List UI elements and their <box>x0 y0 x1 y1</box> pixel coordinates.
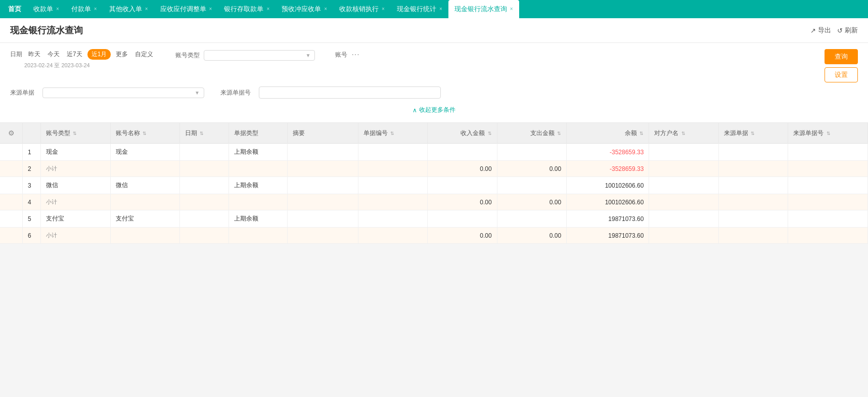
source-doc-dropdown-icon: ▼ <box>195 90 200 96</box>
account-more-icon[interactable]: ··· <box>351 50 359 59</box>
nav-verify[interactable]: 收款核销执行 × <box>333 0 391 18</box>
sort-balance-icon: ⇅ <box>639 131 644 136</box>
page-title: 现金银行流水查询 <box>10 24 83 36</box>
row-cell <box>718 194 788 210</box>
nav-receipt[interactable]: 收款单 × <box>27 0 65 18</box>
row-cell: 支付宝 <box>110 210 180 228</box>
query-button[interactable]: 查询 <box>825 49 858 64</box>
close-other-income-icon[interactable]: × <box>145 0 148 18</box>
row-cell <box>287 228 358 244</box>
shortcut-7days[interactable]: 近7天 <box>65 49 84 60</box>
nav-home[interactable]: 首页 <box>2 0 27 18</box>
close-verify-icon[interactable]: × <box>382 0 385 18</box>
close-prepaid-icon[interactable]: × <box>324 0 327 18</box>
row-cell <box>497 177 567 194</box>
row-cell <box>180 210 229 228</box>
row-cell <box>649 144 719 161</box>
nav-bank-deposit[interactable]: 银行存取款单 × <box>218 0 276 18</box>
col-counterpart[interactable]: 对方户名 ⇅ <box>649 123 719 144</box>
row-cell <box>180 161 229 177</box>
shortcut-custom[interactable]: 自定义 <box>133 49 155 60</box>
row-cell <box>649 194 719 210</box>
row-cell <box>287 144 358 161</box>
col-income[interactable]: 收入金额 ⇅ <box>428 123 497 144</box>
col-source-doc[interactable]: 来源单据 ⇅ <box>718 123 788 144</box>
row-cell <box>358 210 428 228</box>
shortcut-today[interactable]: 今天 <box>45 49 62 60</box>
source-doc-select[interactable]: ▼ <box>42 87 204 98</box>
nav-prepaid[interactable]: 预收冲应收单 × <box>276 0 333 18</box>
row-cell: 上期余额 <box>229 210 287 228</box>
date-shortcuts: 昨天 今天 近7天 近1月 更多 自定义 <box>26 49 155 60</box>
row-cell: 小计 <box>41 194 111 210</box>
row-cell <box>287 177 358 194</box>
close-adjust-icon[interactable]: × <box>209 0 212 18</box>
row-cell: -3528659.33 <box>567 161 649 177</box>
row-settings-cell <box>0 228 23 244</box>
row-cell: 0.00 <box>497 161 567 177</box>
row-cell: 上期余额 <box>229 144 287 161</box>
nav-flow-query[interactable]: 现金银行流水查询 × <box>448 0 519 18</box>
source-doc-no-input[interactable] <box>259 86 441 99</box>
nav-payment[interactable]: 付款单 × <box>65 0 103 18</box>
nav-adjust[interactable]: 应收应付调整单 × <box>154 0 218 18</box>
row-cell <box>358 161 428 177</box>
row-cell <box>180 228 229 244</box>
row-seq: 5 <box>23 210 41 228</box>
close-receipt-icon[interactable]: × <box>56 0 59 18</box>
source-doc-no-label: 来源单据号 <box>220 89 251 97</box>
shortcut-yesterday[interactable]: 昨天 <box>26 49 42 60</box>
close-payment-icon[interactable]: × <box>94 0 97 18</box>
row-cell: -3528659.33 <box>567 144 649 161</box>
col-settings[interactable]: ⚙ <box>0 123 23 144</box>
account-type-select[interactable]: ▼ <box>204 50 315 61</box>
collapse-bar[interactable]: ∧ 收起更多条件 <box>10 104 858 116</box>
row-cell <box>180 144 229 161</box>
row-cell: 小计 <box>41 228 111 244</box>
shortcut-1month[interactable]: 近1月 <box>87 49 111 60</box>
refresh-button[interactable]: ↺ 刷新 <box>837 26 858 35</box>
close-stats-icon[interactable]: × <box>439 0 442 18</box>
col-expense[interactable]: 支出金额 ⇅ <box>497 123 567 144</box>
action-buttons: 查询 设置 <box>825 49 858 82</box>
collapse-icon: ∧ <box>413 107 417 114</box>
col-summary: 摘要 <box>287 123 358 144</box>
row-cell <box>649 177 719 194</box>
export-button[interactable]: ↗ 导出 <box>810 26 831 35</box>
row-cell <box>649 161 719 177</box>
row-settings-cell <box>0 210 23 228</box>
row-cell: 19871073.60 <box>567 228 649 244</box>
col-account-type[interactable]: 账号类型 ⇅ <box>41 123 111 144</box>
close-flow-query-icon[interactable]: × <box>510 0 513 18</box>
row-cell: 19871073.60 <box>567 210 649 228</box>
row-cell <box>229 161 287 177</box>
col-account-name[interactable]: 账号名称 ⇅ <box>110 123 180 144</box>
sort-date-icon: ⇅ <box>200 131 204 136</box>
row-cell: 微信 <box>41 177 111 194</box>
table-header-row: ⚙ 账号类型 ⇅ 账号名称 ⇅ 日期 ⇅ 单据类型 摘要 单据编号 <box>0 123 868 144</box>
row-cell <box>110 228 180 244</box>
row-cell <box>788 144 868 161</box>
sort-account-name-icon: ⇅ <box>143 131 147 136</box>
col-source-doc-no[interactable]: 来源单据号 ⇅ <box>788 123 868 144</box>
settings-button[interactable]: 设置 <box>825 67 858 82</box>
nav-stats[interactable]: 现金银行统计 × <box>391 0 448 18</box>
row-settings-cell <box>0 144 23 161</box>
dropdown-icon: ▼ <box>305 53 310 58</box>
row-cell <box>358 177 428 194</box>
settings-gear-icon[interactable]: ⚙ <box>5 127 17 139</box>
row-cell: 上期余额 <box>229 177 287 194</box>
row-cell <box>497 144 567 161</box>
table-row: 2小计0.000.00-3528659.33 <box>0 161 868 177</box>
sort-expense-icon: ⇅ <box>557 131 561 136</box>
shortcut-more[interactable]: 更多 <box>114 49 130 60</box>
col-date[interactable]: 日期 ⇅ <box>180 123 229 144</box>
row-settings-cell <box>0 194 23 210</box>
row-cell <box>718 177 788 194</box>
source-doc-label: 来源单据 <box>10 89 34 97</box>
nav-other-income[interactable]: 其他收入单 × <box>103 0 154 18</box>
col-doc-no[interactable]: 单据编号 ⇅ <box>358 123 428 144</box>
close-bank-deposit-icon[interactable]: × <box>266 0 269 18</box>
table-row: 5支付宝支付宝上期余额19871073.60 <box>0 210 868 228</box>
col-balance[interactable]: 余额 ⇅ <box>567 123 649 144</box>
